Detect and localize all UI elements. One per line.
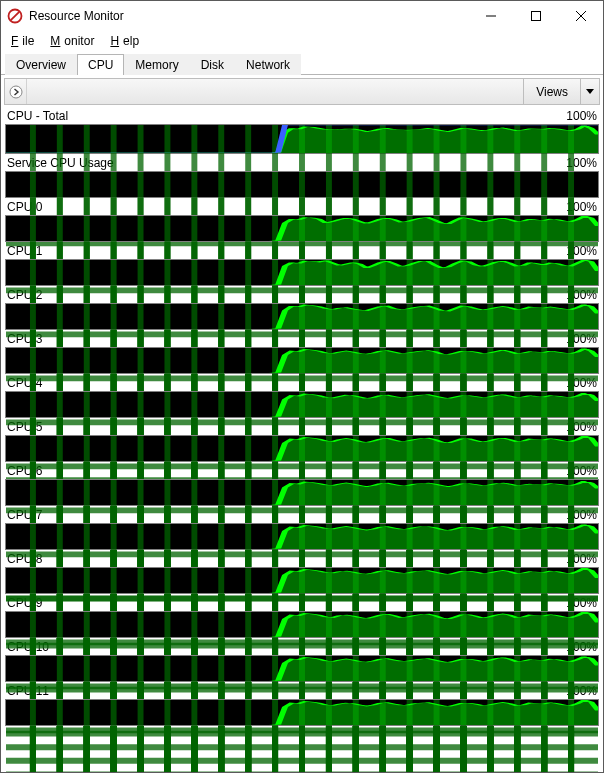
chart-row: CPU 4 100% bbox=[5, 376, 599, 418]
chart-canvas bbox=[5, 259, 599, 286]
chart-scale: 100% bbox=[566, 552, 597, 566]
chart-title: CPU 9 bbox=[7, 596, 42, 610]
chart-scale: 100% bbox=[566, 156, 597, 170]
svg-point-6 bbox=[10, 86, 22, 98]
tab-memory[interactable]: Memory bbox=[124, 54, 189, 75]
chart-scale: 100% bbox=[566, 464, 597, 478]
chart-canvas bbox=[5, 523, 599, 550]
chart-canvas bbox=[5, 303, 599, 330]
chart-row: Service CPU Usage 100% bbox=[5, 156, 599, 198]
window-title: Resource Monitor bbox=[29, 9, 468, 23]
chart-canvas bbox=[5, 215, 599, 242]
chart-scale: 100% bbox=[566, 288, 597, 302]
tab-network[interactable]: Network bbox=[235, 54, 301, 75]
charts-panel: CPU - Total 100% Service CPU Usage 100% … bbox=[1, 105, 603, 772]
chart-canvas bbox=[5, 699, 599, 726]
chart-row: CPU 0 100% bbox=[5, 200, 599, 242]
chart-scale: 100% bbox=[566, 200, 597, 214]
chart-title: CPU 0 bbox=[7, 200, 42, 214]
chart-title: CPU 1 bbox=[7, 244, 42, 258]
section-header-bar: Views bbox=[4, 78, 600, 105]
chart-title: CPU 8 bbox=[7, 552, 42, 566]
chart-title: CPU 6 bbox=[7, 464, 42, 478]
chart-canvas bbox=[5, 171, 599, 198]
chart-scale: 100% bbox=[566, 109, 597, 123]
chart-row: CPU 9 100% bbox=[5, 596, 599, 638]
chart-canvas bbox=[5, 479, 599, 506]
app-icon bbox=[7, 8, 23, 24]
chart-title: Service CPU Usage bbox=[7, 156, 114, 170]
chart-title: CPU 10 bbox=[7, 640, 49, 654]
views-button[interactable]: Views bbox=[523, 79, 599, 104]
tab-overview[interactable]: Overview bbox=[5, 54, 77, 75]
chart-row: CPU 1 100% bbox=[5, 244, 599, 286]
chart-row: CPU - Total 100% bbox=[5, 109, 599, 154]
chart-title: CPU 11 bbox=[7, 684, 49, 698]
chart-row: CPU 3 100% bbox=[5, 332, 599, 374]
menubar: File Monitor Help bbox=[1, 31, 603, 53]
tab-strip: Overview CPU Memory Disk Network bbox=[1, 53, 603, 75]
tab-cpu[interactable]: CPU bbox=[77, 54, 124, 75]
chart-scale: 100% bbox=[566, 508, 597, 522]
chart-scale: 100% bbox=[566, 420, 597, 434]
chart-row: CPU 5 100% bbox=[5, 420, 599, 462]
svg-line-1 bbox=[11, 12, 19, 20]
expand-collapse-button[interactable] bbox=[5, 79, 27, 104]
views-label: Views bbox=[524, 79, 581, 104]
resource-monitor-window: Resource Monitor File Monitor Help Overv… bbox=[0, 0, 604, 773]
chart-scale: 100% bbox=[566, 684, 597, 698]
chart-title: CPU 4 bbox=[7, 376, 42, 390]
chart-canvas bbox=[5, 567, 599, 594]
chart-title: CPU 2 bbox=[7, 288, 42, 302]
chart-canvas bbox=[5, 124, 599, 154]
chart-title: CPU 7 bbox=[7, 508, 42, 522]
chart-canvas bbox=[5, 391, 599, 418]
chart-title: CPU 3 bbox=[7, 332, 42, 346]
chart-canvas bbox=[5, 611, 599, 638]
chart-scale: 100% bbox=[566, 640, 597, 654]
minimize-button[interactable] bbox=[468, 1, 513, 31]
chart-canvas bbox=[5, 655, 599, 682]
maximize-button[interactable] bbox=[513, 1, 558, 31]
chart-scale: 100% bbox=[566, 376, 597, 390]
chart-canvas bbox=[5, 347, 599, 374]
chart-row: CPU 6 100% bbox=[5, 464, 599, 506]
menu-help[interactable]: Help bbox=[106, 33, 147, 49]
chart-row: CPU 11 100% bbox=[5, 684, 599, 726]
chart-title: CPU 5 bbox=[7, 420, 42, 434]
chart-scale: 100% bbox=[566, 596, 597, 610]
chart-row: CPU 7 100% bbox=[5, 508, 599, 550]
titlebar[interactable]: Resource Monitor bbox=[1, 1, 603, 31]
views-dropdown-arrow[interactable] bbox=[581, 79, 599, 104]
chart-row: CPU 10 100% bbox=[5, 640, 599, 682]
svg-rect-3 bbox=[531, 12, 540, 21]
chart-row: CPU 2 100% bbox=[5, 288, 599, 330]
close-button[interactable] bbox=[558, 1, 603, 31]
chart-canvas bbox=[5, 435, 599, 462]
chart-scale: 100% bbox=[566, 244, 597, 258]
menu-file[interactable]: File bbox=[7, 33, 42, 49]
chart-title: CPU - Total bbox=[7, 109, 68, 123]
chart-row: CPU 8 100% bbox=[5, 552, 599, 594]
tab-disk[interactable]: Disk bbox=[190, 54, 235, 75]
menu-monitor[interactable]: Monitor bbox=[46, 33, 102, 49]
chart-scale: 100% bbox=[566, 332, 597, 346]
